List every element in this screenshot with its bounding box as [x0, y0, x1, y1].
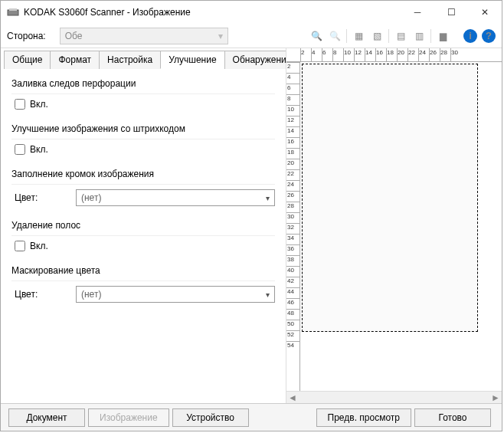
streak-checkbox-row[interactable]: Вкл. — [15, 241, 275, 251]
tab-adjust[interactable]: Настройка — [99, 51, 161, 69]
tab-bar: Общие Формат Настройка Улучшение Обнаруж… — [4, 50, 283, 69]
ruler-tick: 48 — [286, 309, 299, 320]
ruler-tick: 14 — [286, 126, 299, 137]
ruler-tick: 28 — [440, 48, 450, 61]
left-panel: Общие Формат Настройка Улучшение Обнаруж… — [1, 48, 286, 403]
tool-icon-5[interactable]: ▆ — [436, 29, 450, 43]
tool-icon-3[interactable]: ▤ — [394, 29, 407, 43]
titlebar: KODAK S3060f Scanner - Изображение ─ ☐ ✕ — [1, 1, 502, 24]
ruler-tick: 42 — [286, 277, 299, 287]
tool-icon-1[interactable]: ▦ — [352, 29, 365, 43]
zoom-in-icon[interactable]: 🔍 — [309, 29, 323, 43]
ruler-tick: 10 — [343, 48, 354, 61]
scanner-icon — [7, 8, 19, 17]
separator — [346, 29, 347, 43]
chevron-down-icon: ▾ — [266, 290, 270, 299]
zoom-out-icon[interactable]: 🔍 — [328, 29, 342, 43]
document-button[interactable]: Документ — [8, 408, 85, 427]
ruler-tick: 16 — [375, 48, 386, 61]
scan-crop-rect[interactable] — [302, 64, 478, 332]
scanner-dialog: KODAK S3060f Scanner - Изображение ─ ☐ ✕… — [0, 0, 502, 431]
chevron-down-icon: ▾ — [266, 194, 270, 202]
checkbox-label: Вкл. — [30, 241, 48, 251]
ruler-tick: 30 — [450, 48, 461, 61]
ruler-tick: 24 — [418, 48, 429, 61]
minimize-button[interactable]: ─ — [401, 1, 434, 24]
ruler-tick: 46 — [286, 298, 299, 309]
ruler-tick: 16 — [286, 137, 299, 148]
ruler-tick: 4 — [311, 48, 322, 61]
ruler-tick: 22 — [407, 48, 418, 61]
info-icon[interactable]: i — [463, 29, 477, 43]
ruler-tick: 14 — [365, 48, 375, 61]
ruler-tick: 54 — [286, 341, 299, 352]
ruler-tick: 4 — [286, 73, 299, 84]
ruler-tick: 2 — [286, 62, 299, 73]
tab-format[interactable]: Формат — [50, 51, 100, 69]
h-scrollbar[interactable]: ◄► — [286, 391, 502, 403]
edge-color-select[interactable]: (нет) ▾ — [76, 189, 275, 206]
toolbar-icons: 🔍 🔍 ▦ ▧ ▤ ▥ ▆ i ? — [309, 29, 496, 43]
ruler-vertical: 2468101214161820222426283032343638404244… — [286, 62, 300, 391]
preview-canvas[interactable] — [300, 62, 502, 391]
ruler-tick: 20 — [397, 48, 407, 61]
side-select[interactable]: Обе ▾ — [60, 28, 228, 44]
tool-icon-4[interactable]: ▥ — [412, 29, 426, 43]
punch-checkbox[interactable] — [15, 99, 25, 110]
separator — [430, 29, 431, 43]
tab-general[interactable]: Общие — [4, 51, 51, 69]
ruler-tick: 28 — [286, 202, 299, 212]
tab-enhance[interactable]: Улучшение — [160, 51, 224, 69]
chevron-down-icon: ▾ — [218, 31, 223, 41]
help-icon[interactable]: ? — [482, 29, 496, 43]
separator — [388, 29, 389, 43]
group-title: Заполнение кромок изображения — [11, 169, 275, 179]
group-barcode-enhance: Улучшение изображения со штрихкодом Вкл. — [11, 123, 275, 156]
punch-checkbox-row[interactable]: Вкл. — [15, 99, 275, 110]
ruler-tick: 34 — [286, 234, 299, 244]
ruler-tick: 52 — [286, 330, 299, 341]
maximize-button[interactable]: ☐ — [434, 1, 468, 24]
done-button[interactable]: Готово — [414, 408, 491, 427]
image-button[interactable]: Изображение — [88, 408, 169, 427]
streak-checkbox[interactable] — [15, 241, 25, 251]
ruler-tick: 26 — [429, 48, 440, 61]
color-label: Цвет: — [15, 192, 68, 203]
side-value: Обе — [65, 31, 83, 41]
color-label: Цвет: — [15, 289, 68, 300]
ruler-tick: 32 — [286, 223, 299, 234]
tab-panel-enhance: Заливка следов перфорации Вкл. Улучшение… — [4, 69, 283, 403]
preview-panel: 24681012141618202224262830 2468101214161… — [286, 48, 502, 403]
ruler-tick: 44 — [286, 287, 299, 298]
ruler-tick: 6 — [286, 84, 299, 94]
ruler-tick: 36 — [286, 244, 299, 255]
ruler-tick: 50 — [286, 320, 299, 330]
checkbox-label: Вкл. — [30, 99, 48, 110]
group-title: Маскирование цвета — [11, 265, 275, 276]
close-button[interactable]: ✕ — [468, 1, 502, 24]
barcode-checkbox[interactable] — [15, 144, 25, 155]
group-title: Удаление полос — [11, 220, 275, 231]
ruler-tick: 8 — [332, 48, 343, 61]
side-label: Сторона: — [7, 31, 46, 41]
group-edge-fill: Заполнение кромок изображения Цвет: (нет… — [11, 169, 275, 208]
group-color-dropout: Маскирование цвета Цвет: (нет) ▾ — [11, 265, 275, 304]
ruler-tick: 2 — [300, 48, 311, 61]
dropout-color-select[interactable]: (нет) ▾ — [76, 286, 275, 303]
ruler-tick: 8 — [286, 94, 299, 105]
ruler-tick: 20 — [286, 159, 299, 169]
ruler-tick: 22 — [286, 169, 299, 180]
footer: Документ Изображение Устройство Предв. п… — [1, 403, 502, 431]
preview-button[interactable]: Предв. просмотр — [316, 408, 411, 427]
ruler-tick: 18 — [386, 48, 397, 61]
ruler-tick: 30 — [286, 212, 299, 223]
barcode-checkbox-row[interactable]: Вкл. — [15, 144, 275, 155]
group-punch-fill: Заливка следов перфорации Вкл. — [11, 78, 275, 111]
ruler-tick: 6 — [322, 48, 332, 61]
tool-icon-2[interactable]: ▧ — [370, 29, 384, 43]
ruler-tick: 24 — [286, 180, 299, 191]
svg-rect-0 — [8, 10, 18, 15]
device-button[interactable]: Устройство — [172, 408, 249, 427]
ruler-tick: 40 — [286, 266, 299, 277]
group-title: Заливка следов перфорации — [11, 78, 275, 89]
